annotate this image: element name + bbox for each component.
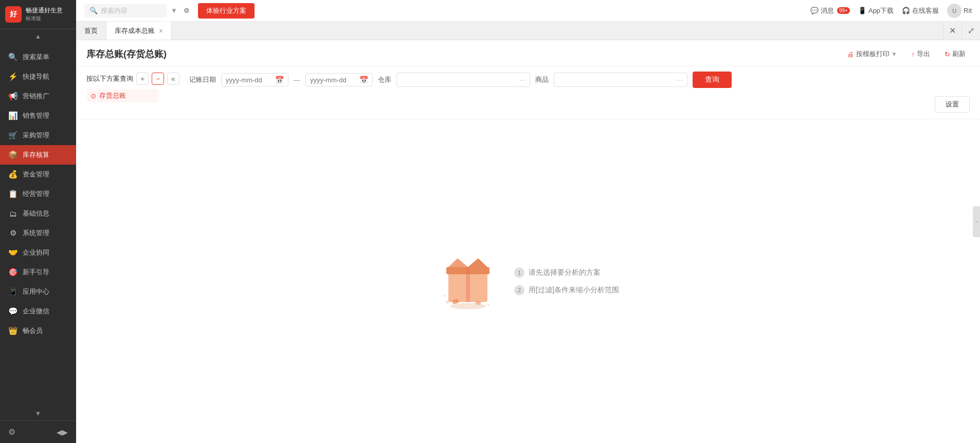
- scheme-icon: ⊙: [90, 92, 96, 100]
- sidebar-item-marketing[interactable]: 📢 营销推广: [0, 86, 76, 106]
- sidebar-item-label-search: 搜索菜单: [23, 52, 49, 62]
- tabbar-expand-btn[interactable]: ⤢: [961, 22, 980, 40]
- sidebar-item-system[interactable]: ⚙ 系统管理: [0, 223, 76, 243]
- user-name: Rit: [964, 7, 972, 14]
- sidebar-nav: 🔍 搜索菜单 ⚡ 快捷导航 📢 营销推广 📊 销售管理 🛒 采购管理 📦 库存核…: [0, 43, 76, 406]
- settings-row: 设置: [189, 93, 970, 113]
- date-end-field[interactable]: [310, 76, 356, 84]
- refresh-btn[interactable]: ↻ 刷新: [940, 47, 970, 61]
- refresh-icon: ↻: [945, 50, 950, 58]
- sidebar-settings-icon[interactable]: ⚙: [8, 427, 15, 437]
- sidebar-scroll-down[interactable]: ▼: [0, 406, 76, 420]
- filter-remove-btn[interactable]: −: [152, 73, 164, 85]
- tab-close-icon[interactable]: ×: [159, 27, 163, 34]
- sidebar-item-inventory[interactable]: 📦 库存核算: [0, 145, 76, 165]
- scheme-item[interactable]: ⊙ 存货总账: [86, 89, 158, 102]
- empty-tip-2: 2 用[过滤]条件来缩小分析范围: [514, 285, 619, 295]
- print-chevron-icon[interactable]: ▼: [892, 51, 897, 57]
- page-actions: 🖨 按模板打印 ▼ ↑ 导出 ↻ 刷新: [843, 47, 970, 61]
- tab-active-label: 库存成本总账: [115, 26, 155, 36]
- user-area[interactable]: U Rit: [947, 4, 972, 18]
- message-item[interactable]: 💬 消息 99+: [810, 6, 850, 15]
- tip-num-2: 2: [514, 285, 524, 295]
- print-icon: 🖨: [847, 50, 854, 58]
- sidebar-item-operations[interactable]: 📋 经营管理: [0, 184, 76, 204]
- system-icon: ⚙: [8, 228, 17, 238]
- tip-text-2: 用[过滤]条件来缩小分析范围: [529, 286, 619, 295]
- sidebar-collapse-icon[interactable]: ◀▶: [57, 428, 68, 436]
- warehouse-input[interactable]: ···: [396, 73, 530, 87]
- sidebar: 好 畅捷通好生意 标准版 ▲ 🔍 搜索菜单 ⚡ 快捷导航 📢 营销推广 📊 销售…: [0, 0, 76, 443]
- empty-state: 1 请先选择要分析的方案 2 用[过滤]条件来缩小分析范围: [76, 119, 980, 443]
- right-edge-handle[interactable]: ›: [973, 206, 980, 237]
- tabbar-close-btn[interactable]: ✕: [943, 22, 961, 40]
- sidebar-item-appcenter[interactable]: 📱 应用中心: [0, 282, 76, 302]
- filter-collapse-btn[interactable]: «: [167, 73, 179, 85]
- settings-btn[interactable]: 设置: [935, 96, 970, 113]
- vip-icon: 👑: [8, 326, 17, 335]
- svg-point-8: [444, 295, 446, 297]
- topbar-search[interactable]: 🔍 搜索内容: [84, 4, 167, 17]
- tab-home[interactable]: 首页: [76, 22, 106, 40]
- empty-illustration: [437, 251, 499, 312]
- empty-svg: [437, 251, 499, 312]
- sidebar-item-label-operations: 经营管理: [23, 189, 49, 199]
- sidebar-item-label-sales: 销售管理: [23, 111, 49, 120]
- sidebar-item-newbie[interactable]: 🎯 新手引导: [0, 262, 76, 282]
- svg-point-7: [487, 304, 489, 306]
- appcenter-icon: 📱: [8, 287, 17, 296]
- sidebar-item-wecom[interactable]: 💬 企业微信: [0, 302, 76, 321]
- print-btn[interactable]: 🖨 按模板打印 ▼: [843, 47, 901, 61]
- online-support-item[interactable]: 🎧 在线客服: [902, 6, 939, 15]
- date-start-field[interactable]: [226, 76, 272, 84]
- export-btn[interactable]: ↑ 导出: [908, 47, 935, 61]
- logo-area: 好 畅捷通好生意 标准版: [0, 0, 76, 29]
- scheme-label: 存货总账: [99, 91, 126, 100]
- svg-point-6: [446, 300, 449, 304]
- query-btn[interactable]: 查询: [693, 72, 732, 88]
- export-label: 导出: [917, 49, 930, 59]
- date-label: 记账日期: [189, 75, 216, 84]
- industry-btn[interactable]: 体验行业方案: [198, 3, 255, 19]
- message-badge: 99+: [837, 7, 850, 14]
- marketing-icon: 📢: [8, 92, 17, 101]
- topbar-left: 🔍 搜索内容 ▼ ⚙ 体验行业方案: [84, 3, 806, 19]
- date-start-input[interactable]: 📅: [221, 73, 288, 86]
- support-icon: 🎧: [902, 7, 910, 14]
- sidebar-item-shortcut[interactable]: ⚡ 快捷导航: [0, 67, 76, 86]
- search-icon: 🔍: [89, 7, 98, 14]
- sidebar-item-enterprise[interactable]: 🤝 企业协同: [0, 243, 76, 262]
- filter-add-btn[interactable]: +: [136, 73, 149, 85]
- sidebar-item-finance[interactable]: 💰 资金管理: [0, 165, 76, 184]
- calendar-start-icon[interactable]: 📅: [275, 76, 284, 84]
- finance-icon: 💰: [8, 170, 17, 179]
- topbar: 🔍 搜索内容 ▼ ⚙ 体验行业方案 💬 消息 99+ 📱 App下载 🎧 在线客…: [76, 0, 980, 22]
- product-more-icon[interactable]: ···: [677, 76, 683, 84]
- main-area: 🔍 搜索内容 ▼ ⚙ 体验行业方案 💬 消息 99+ 📱 App下载 🎧 在线客…: [76, 0, 980, 443]
- logo-text: 畅捷通好生意 标准版: [26, 7, 63, 22]
- newbie-icon: 🎯: [8, 268, 17, 277]
- sidebar-item-purchase[interactable]: 🛒 采购管理: [0, 126, 76, 145]
- topbar-gear-icon[interactable]: ⚙: [184, 7, 190, 14]
- tab-inventory-cost[interactable]: 库存成本总账 ×: [106, 22, 172, 40]
- product-input[interactable]: ···: [554, 73, 687, 87]
- sidebar-scroll-up[interactable]: ▲: [0, 29, 76, 43]
- sidebar-item-vip[interactable]: 👑 畅会员: [0, 321, 76, 341]
- sidebar-item-sales[interactable]: 📊 销售管理: [0, 106, 76, 126]
- sidebar-item-basic[interactable]: 🗂 基础信息: [0, 204, 76, 223]
- app-download-item[interactable]: 📱 App下载: [858, 6, 894, 15]
- print-label: 按模板打印: [856, 49, 890, 59]
- sidebar-item-label-newbie: 新手引导: [23, 268, 49, 277]
- app-version: 标准版: [26, 15, 63, 22]
- search-placeholder: 搜索内容: [101, 6, 128, 15]
- date-end-input[interactable]: 📅: [305, 73, 373, 86]
- sidebar-item-label-system: 系统管理: [23, 228, 49, 238]
- filter-section: 按以下方案查询 + − « ⊙ 存货总账 记账日期: [76, 66, 980, 119]
- sidebar-item-search[interactable]: 🔍 搜索菜单: [0, 47, 76, 67]
- warehouse-more-icon[interactable]: ···: [519, 76, 525, 84]
- topbar-chevron-icon[interactable]: ▼: [171, 7, 177, 14]
- filter-right: 记账日期 📅 — 📅 仓库 ·: [189, 72, 970, 119]
- empty-tip-1: 1 请先选择要分析的方案: [514, 268, 619, 278]
- shortcut-icon: ⚡: [8, 72, 17, 81]
- calendar-end-icon[interactable]: 📅: [359, 76, 368, 84]
